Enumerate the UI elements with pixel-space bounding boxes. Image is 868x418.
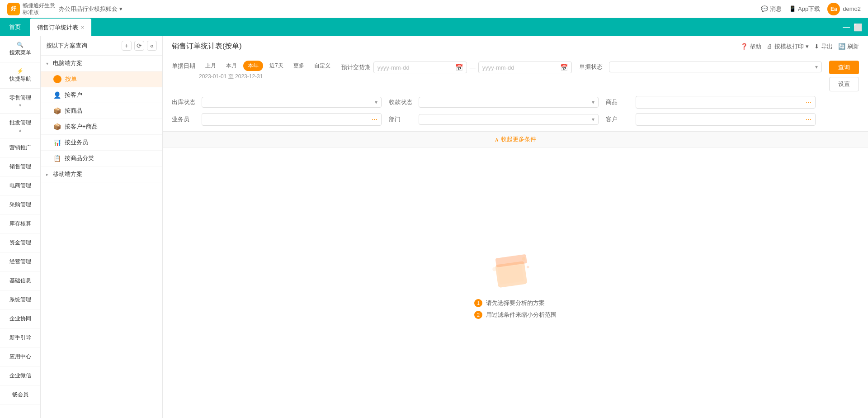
sidebar-shortcut[interactable]: ⚡ 快捷导航 xyxy=(0,62,40,89)
receipt-status-label: 收款状态 xyxy=(389,98,416,106)
dept-select[interactable]: ▾ xyxy=(419,114,599,125)
tree-item-by-order[interactable]: 按单 xyxy=(41,71,162,87)
app-download-button[interactable]: 📱 App下载 xyxy=(789,5,820,13)
sidebar-item-finance[interactable]: 资金管理 xyxy=(0,233,40,252)
help-button[interactable]: ❓ 帮助 xyxy=(741,43,761,51)
tree-item-by-customer[interactable]: 👤 按客户 xyxy=(41,87,162,103)
sidebar-item-inventory[interactable]: 库存核算 xyxy=(0,214,40,233)
sidebar-item-wechat[interactable]: 企业微信 xyxy=(0,366,40,385)
ship-status-select[interactable]: ▾ xyxy=(202,97,382,108)
chevron-down-dept-icon: ▾ xyxy=(592,116,594,123)
recent7-btn[interactable]: 近7天 xyxy=(266,61,287,71)
sidebar-item-corp[interactable]: 企业协同 xyxy=(0,309,40,328)
cur-year-btn[interactable]: 本年 xyxy=(243,61,263,71)
chart-icon: 📊 xyxy=(53,139,61,146)
svg-point-5 xyxy=(492,267,496,271)
person-icon: 👤 xyxy=(53,91,61,99)
refresh-button[interactable]: 🔄 刷新 xyxy=(838,43,859,51)
message-button[interactable]: 💬 消息 xyxy=(761,5,782,13)
hint-number-2: 2 xyxy=(474,311,482,319)
tree-item-by-staff[interactable]: 📊 按业务员 xyxy=(41,135,162,151)
maximize-button[interactable]: ⬜ xyxy=(854,23,863,32)
sidebar-item-operation[interactable]: 经营管理 xyxy=(0,252,40,271)
tab-close-icon[interactable]: × xyxy=(81,24,84,31)
sidebar-item-wholesale[interactable]: 批发管理 ▴ xyxy=(0,114,40,138)
forecast-date-start-wrap: 📅 xyxy=(373,62,467,73)
refresh-icon: 🔄 xyxy=(838,43,845,50)
forecast-date-start-input[interactable] xyxy=(377,64,453,71)
chevron-down-icon[interactable]: ▾ xyxy=(119,5,123,12)
box2-icon: 📦 xyxy=(53,123,61,130)
left-panel-header: 按以下方案查询 + ⟳ « xyxy=(41,36,162,56)
empty-hints: 1 请先选择要分析的方案 2 用过滤条件来缩小分析范围 xyxy=(474,299,557,319)
empty-hint-2: 2 用过滤条件来缩小分析范围 xyxy=(474,311,557,319)
chevron-down-icon: ▾ xyxy=(19,103,21,108)
left-panel-actions: + ⟳ « xyxy=(122,41,157,51)
sidebar-item-retail[interactable]: 零售管理 ▾ xyxy=(0,89,40,114)
staff-select[interactable]: ··· xyxy=(202,113,382,126)
query-button[interactable]: 查询 xyxy=(829,61,859,74)
window-controls: — ⬜ xyxy=(843,23,868,32)
top-bar: 好 畅捷通好生意 标准版 办公用品行业模拟账套 ▾ 💬 消息 📱 App下载 E… xyxy=(0,0,868,18)
tab-bar: 首页 销售订单统计表 × — ⬜ xyxy=(0,18,868,36)
filter-actions: 查询 设置 xyxy=(829,61,859,91)
page-header: 销售订单统计表(按单) ❓ 帮助 🖨 按模板打印 ▾ ⬇ 导出 xyxy=(163,36,868,55)
add-scheme-button[interactable]: + xyxy=(122,41,132,51)
custom-date-btn[interactable]: 自定义 xyxy=(311,61,334,71)
settings-button[interactable]: 设置 xyxy=(829,77,859,91)
more-date-btn[interactable]: 更多 xyxy=(290,61,308,71)
print-button[interactable]: 🖨 按模板打印 ▾ xyxy=(767,43,809,51)
sidebar-item-base[interactable]: 基础信息 xyxy=(0,271,40,290)
minimize-button[interactable]: — xyxy=(843,23,850,31)
export-button[interactable]: ⬇ 导出 xyxy=(814,43,833,51)
main-layout: 🔍 搜索菜单 ⚡ 快捷导航 零售管理 ▾ 批发管理 ▴ 营销推广 销售管理 电商… xyxy=(0,36,868,418)
page-actions: ❓ 帮助 🖨 按模板打印 ▾ ⬇ 导出 🔄 刷新 xyxy=(741,43,859,51)
cur-month-btn[interactable]: 本月 xyxy=(222,61,241,71)
table-icon: 📋 xyxy=(53,155,61,162)
more-dots-staff-icon: ··· xyxy=(372,115,377,124)
more-dots-icon: ··· xyxy=(806,98,811,106)
sidebar-item-system[interactable]: 系统管理 xyxy=(0,290,40,309)
receipt-status-select[interactable]: ▾ xyxy=(419,97,599,108)
prev-month-btn[interactable]: 上月 xyxy=(202,61,220,71)
tree-item-by-goods[interactable]: 📦 按商品 xyxy=(41,103,162,119)
shortcut-icon: ⚡ xyxy=(17,68,24,74)
customer-select[interactable]: ··· xyxy=(636,113,816,126)
calendar-end-icon[interactable]: 📅 xyxy=(560,64,568,71)
sidebar: 🔍 搜索菜单 ⚡ 快捷导航 零售管理 ▾ 批发管理 ▴ 营销推广 销售管理 电商… xyxy=(0,36,41,418)
svg-point-4 xyxy=(527,266,529,269)
sidebar-item-newbie[interactable]: 新手引导 xyxy=(0,328,40,347)
sidebar-item-member[interactable]: 畅会员 xyxy=(0,385,40,404)
sidebar-item-appstore[interactable]: 应用中心 xyxy=(0,347,40,366)
tree-item-by-goods-category[interactable]: 📋 按商品分类 xyxy=(41,151,162,166)
empty-area: 1 请先选择要分析的方案 2 用过滤条件来缩小分析范围 xyxy=(163,147,868,418)
doc-status-select[interactable]: ▾ xyxy=(609,62,822,72)
forecast-date-end-input[interactable] xyxy=(482,64,558,71)
hint-number-1: 1 xyxy=(474,299,482,307)
chevron-down-icon: ▾ xyxy=(815,64,818,70)
sidebar-item-ecom[interactable]: 电商管理 xyxy=(0,176,40,195)
sidebar-item-purchase[interactable]: 采购管理 xyxy=(0,195,40,214)
goods-select[interactable]: ··· xyxy=(636,96,816,109)
refresh-scheme-button[interactable]: ⟳ xyxy=(134,41,144,51)
search-icon: 🔍 xyxy=(17,42,24,48)
tree-item-by-customer-goods[interactable]: 📦 按客户+商品 xyxy=(41,119,162,135)
chevron-down-icon: ▾ xyxy=(46,61,48,66)
breadcrumb: 办公用品行业模拟账套 ▾ xyxy=(59,5,123,13)
collapse-bar[interactable]: ∧ 收起更多条件 xyxy=(163,132,868,147)
top-bar-left: 好 畅捷通好生意 标准版 办公用品行业模拟账套 ▾ xyxy=(7,2,123,15)
date-range-text: 2023-01-01 至 2023-12-31 xyxy=(199,73,334,81)
forecast-date-end-wrap: 📅 xyxy=(478,62,572,73)
doc-status-label: 单据状态 xyxy=(579,63,606,71)
empty-illustration xyxy=(488,247,542,292)
message-icon: 💬 xyxy=(761,5,768,12)
tab-sales-order[interactable]: 销售订单统计表 × xyxy=(30,19,91,37)
left-panel: 按以下方案查询 + ⟳ « ▾ 电脑端方案 按单 👤 按客户 xyxy=(41,36,163,418)
sidebar-item-marketing[interactable]: 营销推广 xyxy=(0,138,40,157)
tab-home[interactable]: 首页 xyxy=(0,18,30,36)
collapse-panel-button[interactable]: « xyxy=(147,41,157,51)
sidebar-item-sales[interactable]: 销售管理 xyxy=(0,157,40,176)
user-area[interactable]: Ea demo2 xyxy=(827,3,861,15)
sidebar-search[interactable]: 🔍 搜索菜单 xyxy=(0,36,40,62)
calendar-icon[interactable]: 📅 xyxy=(455,64,463,71)
